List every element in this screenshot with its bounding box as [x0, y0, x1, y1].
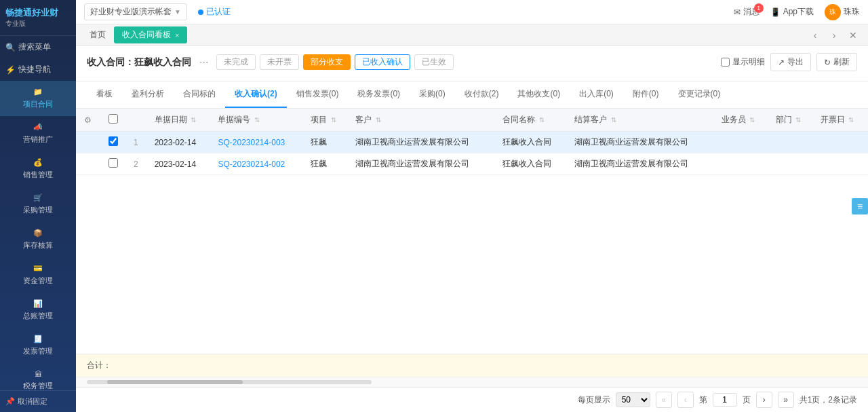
sidebar-item-tax[interactable]: 🏛 税务管理 [0, 363, 76, 390]
column-date[interactable]: 单据日期 ⇅ [148, 109, 212, 132]
page-label-pre: 第 [699, 394, 707, 406]
sidebar-item-invoice[interactable]: 🧾 发票管理 [0, 328, 76, 363]
status-unfinished[interactable]: 未完成 [216, 54, 256, 70]
last-page-button[interactable]: » [778, 392, 794, 408]
row-checkbox[interactable] [108, 136, 118, 146]
more-options-button[interactable]: ··· [199, 56, 208, 69]
scrollbar-track[interactable] [87, 380, 372, 384]
tab-purchase[interactable]: 采购(0) [410, 81, 455, 108]
sidebar-item-search[interactable]: 🔍 搜索菜单 [0, 36, 76, 58]
sidebar-item-quicknav[interactable]: ⚡ 快捷导航 [0, 58, 76, 81]
pin-icon: 📌 [5, 397, 15, 406]
tab-sales-invoice[interactable]: 销售发票(0) [287, 81, 349, 108]
active-tab-label: 收入合同看板 [122, 29, 171, 41]
tab-profit[interactable]: 盈利分析 [122, 81, 174, 108]
page-actions: 显示明细 ↗ 导出 ↻ 刷新 [721, 53, 857, 71]
show-detail-checkbox[interactable]: 显示明细 [721, 56, 765, 68]
next-tab-button[interactable]: › [827, 29, 841, 42]
prev-page-button[interactable]: ‹ [677, 392, 694, 408]
tab-changes[interactable]: 变更记录(0) [669, 81, 730, 108]
sidebar-item-marketing[interactable]: 📣 营销推广 [0, 116, 76, 151]
horizontal-scrollbar[interactable] [76, 377, 868, 387]
sidebar-pin[interactable]: 📌 取消固定 [0, 390, 76, 412]
company-selector[interactable]: 好业财专业版演示帐套 ▼ [84, 3, 187, 20]
tab-kanban[interactable]: 看板 [87, 81, 122, 108]
row-department [769, 153, 814, 175]
detail-checkbox-input[interactable] [721, 58, 730, 67]
tab-close-button[interactable]: × [175, 31, 179, 39]
message-icon: ✉ [734, 7, 741, 17]
sidebar-purchase-label: 采购管理 [23, 205, 53, 215]
prev-tab-button[interactable]: ‹ [808, 29, 822, 42]
tab-warehouse[interactable]: 出入库(0) [570, 81, 623, 108]
sidebar-marketing-label: 营销推广 [23, 134, 53, 145]
pagination: 每页显示 50 100 200 « ‹ 第 页 › » 共1页，2条记录 [76, 387, 868, 412]
sort-settle-icon: ⇅ [611, 116, 616, 124]
column-settle[interactable]: 结算客户 ⇅ [568, 109, 715, 132]
select-all-checkbox[interactable] [108, 114, 118, 124]
tab-payment[interactable]: 收付款(2) [455, 81, 509, 108]
row-date: 2023-02-14 [148, 132, 212, 153]
tab-attachment[interactable]: 附件(0) [623, 81, 669, 108]
sidebar-search-label: 搜索菜单 [18, 41, 51, 53]
row-contract: 狂飙收入合同 [496, 132, 568, 153]
page-label-post: 页 [743, 394, 751, 406]
tab-other[interactable]: 其他收支(0) [508, 81, 570, 108]
tab-tax-invoice[interactable]: 税务发票(0) [348, 81, 410, 108]
status-badges: 未完成 未开票 部分收支 已收入确认 已生效 [216, 54, 454, 70]
sidebar-item-inventory[interactable]: 📦 库存核算 [0, 222, 76, 257]
page-header: 收入合同：狂飙收入合同 ··· 未完成 未开票 部分收支 已收入确认 已生效 显… [76, 46, 868, 81]
next-page-button[interactable]: › [756, 392, 772, 408]
column-dept[interactable]: 部门 ⇅ [769, 109, 814, 132]
tabbar-controls: ‹ › ✕ [808, 29, 860, 42]
column-select-all[interactable] [100, 109, 127, 132]
column-project[interactable]: 项目 ⇅ [304, 109, 349, 132]
message-button[interactable]: ✉ 消息 1 [734, 6, 760, 18]
sidebar-item-finance[interactable]: 💳 资金管理 [0, 257, 76, 293]
sidebar-item-ledger[interactable]: 📊 总账管理 [0, 293, 76, 328]
status-uninvoiced[interactable]: 未开票 [260, 54, 299, 70]
user-profile[interactable]: 珠 珠珠 [825, 4, 860, 20]
export-button[interactable]: ↗ 导出 [770, 53, 811, 71]
column-opendate[interactable]: 开票日 ⇅ [814, 109, 868, 132]
home-tab[interactable]: 首页 [84, 26, 111, 43]
row-checkbox-cell[interactable] [100, 132, 127, 153]
topbar-right: ✉ 消息 1 📱 App下载 珠 珠珠 [734, 4, 860, 20]
download-icon: 📱 [770, 7, 781, 17]
scrollbar-thumb[interactable] [107, 380, 243, 384]
row-settle-customer: 湖南卫视商业运营发展有限公司 [568, 153, 715, 175]
page-number-input[interactable] [713, 393, 737, 407]
column-customer[interactable]: 客户 ⇅ [349, 109, 496, 132]
page-size-select[interactable]: 50 100 200 [616, 392, 650, 407]
message-badge: 1 [754, 3, 764, 13]
close-tab-button[interactable]: ✕ [846, 29, 860, 42]
column-salesperson[interactable]: 业务员 ⇅ [715, 109, 769, 132]
active-tab[interactable]: 收入合同看板 × [114, 26, 187, 43]
first-page-button[interactable]: « [656, 392, 672, 408]
row-code-link[interactable]: SQ-20230214-003 [218, 138, 285, 147]
sidebar: 畅捷通好业财 专业版 🔍 搜索菜单 ⚡ 快捷导航 📁 项目合同 📣 营销推广 💰… [0, 0, 76, 412]
column-code[interactable]: 单据编号 ⇅ [211, 109, 304, 132]
right-panel-button[interactable]: ≡ [852, 198, 868, 214]
sidebar-item-sales[interactable]: 💰 销售管理 [0, 151, 76, 187]
tab-subject[interactable]: 合同标的 [174, 81, 225, 108]
column-gear[interactable]: ⚙ [76, 109, 100, 132]
sidebar-item-purchase[interactable]: 🛒 采购管理 [0, 187, 76, 222]
row-code-link[interactable]: SQ-20230214-002 [218, 160, 285, 169]
row-number: 1 [127, 132, 148, 153]
tab-revenue-confirm[interactable]: 收入确认(2) [225, 81, 287, 108]
table-footer: 合计： [76, 354, 868, 377]
row-project: 狂飙 [304, 132, 349, 153]
row-contract: 狂飙收入合同 [496, 153, 568, 175]
row-checkbox-cell[interactable] [100, 153, 127, 175]
status-confirmed[interactable]: 已收入确认 [355, 54, 410, 70]
sidebar-invoice-label: 发票管理 [23, 346, 53, 356]
column-contract[interactable]: 合同名称 ⇅ [496, 109, 568, 132]
app-download-button[interactable]: 📱 App下载 [770, 6, 814, 18]
row-settle-customer: 湖南卫视商业运营发展有限公司 [568, 132, 715, 153]
status-partial[interactable]: 部分收支 [303, 54, 351, 70]
sidebar-item-project[interactable]: 📁 项目合同 [0, 81, 76, 116]
refresh-button[interactable]: ↻ 刷新 [816, 53, 857, 71]
row-checkbox[interactable] [108, 158, 118, 168]
status-effective[interactable]: 已生效 [414, 54, 454, 70]
